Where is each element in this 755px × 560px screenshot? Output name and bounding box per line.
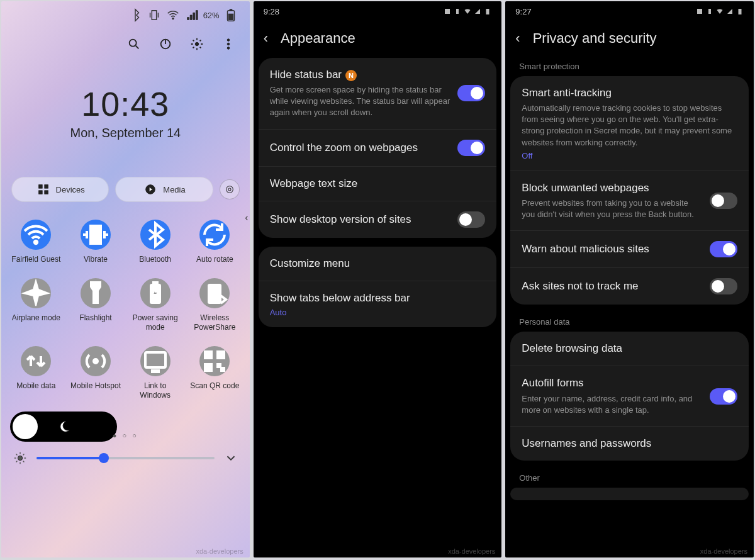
vibrate-status-icon <box>454 8 461 15</box>
devices-pill[interactable]: Devices <box>11 177 109 202</box>
row-title: Usernames and passwords <box>522 437 737 451</box>
clock-time: 10:43 <box>1 84 250 123</box>
gear-icon[interactable] <box>189 36 204 52</box>
toggle-switch[interactable] <box>710 241 737 257</box>
powershare-icon <box>199 278 230 308</box>
expand-caret-icon[interactable]: ‹ <box>245 212 248 223</box>
devices-label: Devices <box>56 185 85 194</box>
settings-row[interactable]: Show desktop version of sites <box>259 201 497 238</box>
power-icon[interactable] <box>158 36 173 52</box>
settings-row[interactable]: Autofill formsEnter your name, address, … <box>510 366 749 426</box>
quick-tile-grid: ‹ Fairfield GuestVibrateBluetoothAuto ro… <box>1 208 250 400</box>
media-label: Media <box>163 185 185 194</box>
tile-label: Wireless PowerShare <box>188 313 241 332</box>
tile-label: Airplane mode <box>12 313 60 323</box>
tile-label: Flashlight <box>79 313 111 323</box>
svg-rect-29 <box>221 367 225 371</box>
toggle-switch[interactable] <box>457 211 485 228</box>
settings-row[interactable]: Usernames and passwords <box>510 427 749 461</box>
toggle-switch[interactable] <box>457 140 485 156</box>
svg-rect-26 <box>217 351 225 359</box>
toggle-switch[interactable] <box>710 193 737 209</box>
tile-wifi[interactable]: Fairfield Guest <box>6 220 66 264</box>
screen-header: ‹ Appearance <box>254 21 502 58</box>
svg-rect-10 <box>38 185 42 189</box>
search-icon[interactable] <box>126 36 142 52</box>
row-title: Webpage text size <box>270 177 486 191</box>
tile-battery[interactable]: Power saving mode <box>125 278 185 332</box>
settings-row[interactable]: Delete browsing data <box>510 332 749 366</box>
svg-rect-23 <box>145 352 165 367</box>
overflow-icon[interactable] <box>221 36 236 52</box>
row-title: Hide status barN <box>270 68 450 82</box>
tile-qr[interactable]: Scan QR code <box>185 346 245 400</box>
brightness-slider[interactable] <box>36 457 215 459</box>
tile-label: Power saving mode <box>129 313 182 332</box>
privacy-group-1: Smart anti-trackingAutomatically remove … <box>510 76 749 305</box>
settings-row[interactable]: Block unwanted webpagesPrevent websites … <box>510 171 749 231</box>
page-title: Appearance <box>281 30 355 47</box>
battery-status-icon <box>736 8 744 15</box>
status-bar: 62% <box>1 1 250 29</box>
svg-point-0 <box>172 18 174 20</box>
tile-mdata[interactable]: Mobile data <box>6 346 66 400</box>
row-title: Ask sites not to track me <box>522 279 702 293</box>
svg-point-16 <box>226 186 233 193</box>
svg-rect-11 <box>44 185 48 189</box>
settings-row[interactable]: Warn about malicious sites <box>510 231 749 268</box>
svg-rect-27 <box>204 364 212 371</box>
tile-link[interactable]: Link to Windows <box>125 346 185 400</box>
row-value: Auto <box>270 308 486 317</box>
settings-row[interactable]: Customize menu <box>259 247 497 281</box>
row-desc: Automatically remove tracking cookies to… <box>522 103 737 148</box>
media-pill[interactable]: Media <box>115 177 213 202</box>
bluetooth-status-icon <box>128 8 143 23</box>
svg-rect-20 <box>153 282 158 284</box>
watermark: xda-developers <box>196 547 243 555</box>
settings-row[interactable]: Webpage text size <box>259 167 497 201</box>
tile-label: Link to Windows <box>129 381 182 400</box>
back-icon[interactable]: ‹ <box>264 30 268 47</box>
tile-label: Scan QR code <box>190 381 239 391</box>
tile-label: Mobile data <box>16 381 55 391</box>
row-title: Block unwanted webpages <box>522 181 702 195</box>
toggle-switch[interactable] <box>710 388 737 405</box>
page-title: Privacy and security <box>533 30 657 47</box>
settings-row[interactable]: Show tabs below address barAuto <box>259 281 497 327</box>
battery-icon <box>140 278 171 308</box>
vibrate-icon <box>81 220 111 250</box>
svg-point-17 <box>228 188 231 191</box>
svg-point-9 <box>227 47 230 50</box>
page-dots: ● ○ ○ <box>1 432 250 439</box>
svg-point-30 <box>18 456 22 460</box>
wifi-icon <box>21 220 51 250</box>
tile-hotspot[interactable]: Mobile Hotspot <box>66 346 126 400</box>
chevron-down-icon[interactable] <box>223 451 238 466</box>
section-other: Other <box>505 469 754 488</box>
settings-row[interactable]: Control the zoom on webpages <box>259 130 497 167</box>
svg-rect-25 <box>204 351 212 359</box>
devices-icon <box>36 182 51 197</box>
tile-vibrate[interactable]: Vibrate <box>66 220 126 264</box>
settings-row[interactable]: Smart anti-trackingAutomatically remove … <box>510 76 749 171</box>
svg-rect-2 <box>228 14 233 20</box>
tile-flashlight[interactable]: Flashlight <box>66 278 126 332</box>
tile-bluetooth[interactable]: Bluetooth <box>125 220 185 264</box>
media-icon <box>143 182 158 197</box>
toggle-switch[interactable] <box>457 85 485 101</box>
back-icon[interactable]: ‹ <box>515 30 520 47</box>
svg-point-6 <box>195 42 199 46</box>
svg-rect-32 <box>486 9 489 14</box>
tile-powershare[interactable]: Wireless PowerShare <box>185 278 245 332</box>
privacy-group-3 <box>510 488 749 500</box>
media-output-button[interactable] <box>220 179 240 199</box>
tile-airplane[interactable]: Airplane mode <box>6 278 66 332</box>
clock-block: 10:43 Mon, September 14 <box>1 54 250 145</box>
settings-row[interactable]: Hide status barNGet more screen space by… <box>259 58 497 130</box>
row-title: Smart anti-tracking <box>522 86 737 100</box>
toggle-switch[interactable] <box>710 278 737 294</box>
tile-rotate[interactable]: Auto rotate <box>185 220 245 264</box>
row-title: Show tabs below address bar <box>270 291 486 305</box>
link-icon <box>140 346 171 376</box>
settings-row[interactable]: Ask sites not to track me <box>510 268 749 305</box>
